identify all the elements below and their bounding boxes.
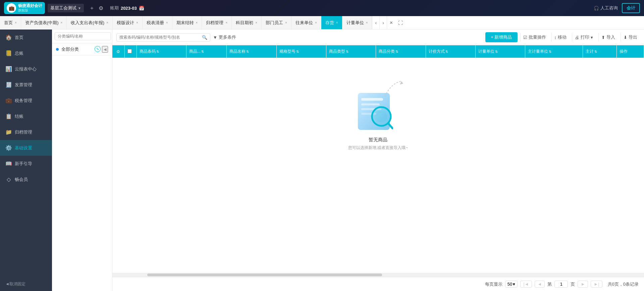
product-search-input[interactable] — [119, 35, 201, 40]
tab-inventory[interactable]: 存货 × — [321, 16, 342, 30]
sidebar-item-settings[interactable]: ⚙️ 基础设置 — [0, 140, 52, 156]
tab-income-close[interactable]: × — [106, 21, 108, 25]
tab-subject-close[interactable]: × — [255, 21, 257, 25]
calendar-icon[interactable]: 📅 — [139, 6, 144, 11]
tab-contacts-close[interactable]: × — [315, 21, 317, 25]
scroll-thumb[interactable] — [147, 274, 382, 276]
sidebar-item-home[interactable]: 🏠 首页 — [0, 30, 52, 45]
sidebar-item-ledger[interactable]: 📒 总账 — [0, 45, 52, 61]
tab-units[interactable]: 计量单位 × — [342, 16, 372, 30]
col-main[interactable]: 主计⇅ — [583, 45, 617, 58]
per-page-value: 50 — [507, 282, 512, 287]
add-tab-button[interactable]: ＋ — [88, 3, 96, 13]
account-button[interactable]: 会计 — [622, 3, 640, 13]
category-header[interactable]: 全部分类 ✎ ◄ — [52, 43, 112, 56]
tab-period-end[interactable]: 期末结转 × — [172, 16, 202, 30]
logo-area[interactable]: 💼 畅捷通好会计 旗舰版 — [4, 2, 45, 14]
horizontal-scrollbar[interactable] — [112, 273, 644, 277]
import-button[interactable]: ⬆ 导入 — [598, 33, 618, 42]
settings-gear-button[interactable]: ⚙ — [97, 4, 105, 13]
tab-template[interactable]: 模版设计 × — [113, 16, 143, 30]
col-spec[interactable]: 规格型号⇅ — [276, 45, 326, 58]
tab-inventory-close[interactable]: × — [336, 21, 338, 25]
sidebar-item-tax-label: 税务管理 — [15, 98, 32, 104]
category-search-input[interactable] — [55, 32, 111, 40]
tab-balance[interactable]: 资产负债表(中期) × — [21, 16, 67, 30]
tab-home-close[interactable]: × — [15, 21, 17, 25]
unpin-button[interactable]: ◄取消固定 — [0, 277, 52, 291]
tab-income[interactable]: 收入支出表(年报) × — [67, 16, 113, 30]
service-button[interactable]: 🎧 人工咨询 — [594, 5, 618, 11]
filter-button[interactable]: ▼ 更多条件 — [213, 34, 236, 40]
tab-balance-close[interactable]: × — [61, 21, 63, 25]
workspace-selector[interactable]: 基层工会测试 ▼ — [48, 4, 84, 12]
tab-close-all[interactable]: × — [387, 16, 395, 30]
tab-subject[interactable]: 科目期初 × — [232, 16, 262, 30]
archive-icon: 📁 — [5, 129, 12, 135]
page-next-button[interactable]: ► — [578, 281, 588, 288]
print-button[interactable]: 🖨 打印 ▾ — [572, 33, 596, 42]
col-code[interactable]: 商品...⇅ — [186, 45, 227, 58]
left-panel-search: 🔍 — [52, 30, 112, 43]
tax-icon: 💼 — [5, 97, 12, 104]
sort-category-icon: ⇅ — [395, 50, 398, 53]
col-settings[interactable]: ⚙ — [112, 45, 124, 58]
tab-expand[interactable]: ⛶ — [395, 16, 406, 30]
col-checkbox[interactable] — [124, 45, 137, 58]
tab-archive[interactable]: 归档管理 × — [202, 16, 232, 30]
tab-scroll-left[interactable]: ‹ — [372, 16, 379, 30]
page-first-button[interactable]: |◄ — [520, 281, 532, 288]
app-subtitle: 旗舰版 — [18, 8, 42, 13]
col-name[interactable]: 商品名称⇅ — [227, 45, 276, 58]
col-barcode[interactable]: 商品条码⇅ — [137, 45, 186, 58]
logo-icon: 💼 — [7, 3, 16, 13]
tab-scroll-right[interactable]: › — [379, 16, 387, 30]
tab-contacts[interactable]: 往来单位 × — [291, 16, 321, 30]
select-all-checkbox[interactable] — [127, 49, 132, 53]
main-layout: 🏠 首页 📒 总账 📊 云报表中心 🧾 发票管理 💼 税务管理 📋 结账 📁 归… — [0, 30, 644, 291]
page-prev-button[interactable]: ◄ — [535, 281, 545, 288]
tab-tax-close[interactable]: × — [166, 21, 168, 25]
per-page-select[interactable]: 50 ▾ — [505, 281, 518, 288]
category-collapse-button[interactable]: ◄ — [102, 46, 108, 53]
product-search-icon[interactable]: 🔍 — [202, 35, 207, 40]
workspace-chevron: ▼ — [78, 6, 81, 10]
tab-tax[interactable]: 税表清册 × — [143, 16, 172, 30]
tab-home[interactable]: 首页 × — [0, 16, 21, 30]
category-actions: ✎ ◄ — [95, 46, 108, 53]
add-product-button[interactable]: + 新增商品 — [485, 32, 517, 42]
page-last-button[interactable]: ►| — [591, 281, 602, 288]
sidebar-item-ledger-label: 总账 — [15, 50, 23, 56]
tab-dept-close[interactable]: × — [285, 21, 287, 25]
export-button[interactable]: ⬇ 导出 — [621, 33, 640, 42]
page-number-input[interactable] — [554, 281, 568, 288]
col-main-unit[interactable]: 主计量单位⇅ — [525, 45, 583, 58]
sidebar-item-archive[interactable]: 📁 归档管理 — [0, 124, 52, 140]
top-bar: 💼 畅捷通好会计 旗舰版 基层工会测试 ▼ ＋ ⚙ 账期 2023-03 📅 🎧… — [0, 0, 644, 16]
tab-archive-close[interactable]: × — [225, 21, 227, 25]
col-price-method[interactable]: 计价方式⇅ — [426, 45, 475, 58]
add-product-label: + 新增商品 — [491, 34, 512, 40]
move-button[interactable]: ↕ 移动 — [551, 33, 570, 42]
tab-period-end-close[interactable]: × — [196, 21, 198, 25]
sidebar-item-reports[interactable]: 📊 云报表中心 — [0, 61, 52, 77]
category-edit-button[interactable]: ✎ — [95, 46, 101, 52]
col-type[interactable]: 商品类型⇅ — [326, 45, 376, 58]
tab-template-label: 模版设计 — [117, 20, 134, 26]
col-category[interactable]: 商品分类⇅ — [376, 45, 426, 58]
period-area: 账期 2023-03 📅 — [110, 5, 144, 11]
sidebar-item-invoice[interactable]: 🧾 发票管理 — [0, 77, 52, 93]
sidebar-item-member[interactable]: ◇ 畅会员 — [0, 172, 52, 187]
tab-dept[interactable]: 部门员工 × — [262, 16, 291, 30]
col-unit[interactable]: 计量单位⇅ — [475, 45, 525, 58]
sort-code-icon: ⇅ — [201, 50, 204, 53]
category-label: 全部分类 — [61, 46, 79, 52]
logo-text-block: 畅捷通好会计 旗舰版 — [18, 3, 42, 13]
tab-template-close[interactable]: × — [136, 21, 138, 25]
sidebar-item-checkout[interactable]: 📋 结账 — [0, 108, 52, 124]
sidebar-item-guide[interactable]: 📖 新手引导 — [0, 156, 52, 172]
tab-units-close[interactable]: × — [366, 21, 368, 25]
batch-button[interactable]: ☑ 批量操作 — [520, 33, 549, 42]
sidebar-item-tax[interactable]: 💼 税务管理 — [0, 93, 52, 108]
tab-dept-label: 部门员工 — [266, 20, 283, 26]
